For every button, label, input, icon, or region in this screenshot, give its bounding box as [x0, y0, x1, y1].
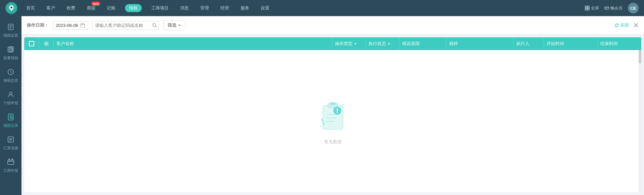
new-badge: new [91, 2, 100, 6]
svg-rect-17 [8, 114, 13, 120]
avatar[interactable]: CE [628, 3, 639, 13]
sort-icon-op-type: ▼ [354, 42, 357, 46]
empty-state: 暂无数据 [316, 98, 350, 145]
nav-items-list: 首页 客户 收费 票据 new 记账 报税 工商项目 消息 管理 经营 服务 设… [24, 4, 585, 12]
svg-point-47 [337, 112, 338, 113]
fullscreen-button[interactable]: 全屏 [585, 5, 599, 11]
calendar-icon [80, 23, 85, 28]
annual-report-icon [6, 157, 15, 167]
refresh-icon [614, 23, 619, 28]
th-checkbox[interactable] [24, 37, 39, 50]
svg-rect-2 [588, 6, 589, 8]
svg-rect-21 [8, 137, 14, 143]
nav-item-billing[interactable]: 收费 [65, 4, 77, 12]
sidebar-item-individual-tax[interactable]: 个税申报 [0, 86, 22, 109]
close-icon [633, 23, 639, 28]
search-box [92, 21, 159, 30]
svg-rect-25 [8, 160, 14, 165]
nav-item-settings[interactable]: 设置 [259, 4, 271, 12]
fullscreen-label: 全屏 [591, 5, 599, 11]
svg-marker-49 [320, 126, 321, 127]
sidebar-item-settlement[interactable]: 汇算清缴 [0, 131, 22, 154]
svg-line-35 [155, 26, 157, 28]
refresh-button[interactable]: 刷新 [614, 22, 629, 28]
sidebar-item-tax-record[interactable]: 报税记录 [0, 109, 22, 131]
tax-overview-icon [6, 67, 15, 77]
individual-tax-icon [6, 90, 15, 99]
th-op-type[interactable]: 操作类型 ▼ [332, 37, 366, 50]
sidebar-label-batch-tax: 批量报税 [3, 55, 18, 61]
svg-point-38 [45, 43, 47, 45]
svg-rect-4 [588, 8, 589, 10]
vip-button[interactable]: 畅会员 [604, 5, 622, 11]
batch-tax-icon [6, 45, 15, 54]
search-icon [152, 23, 157, 28]
th-executor: 执行人 [514, 37, 544, 50]
empty-illustration [316, 98, 350, 135]
scrollbar[interactable] [639, 50, 641, 192]
th-tax-type: 税种 [446, 37, 514, 50]
svg-point-0 [10, 6, 12, 8]
sidebar-item-tax-settings[interactable]: 报税设置 [0, 19, 22, 41]
date-picker[interactable]: 2023-06-06 [53, 21, 88, 30]
vip-label: 畅会员 [610, 5, 622, 11]
sidebar-label-tax-overview: 报税总览 [3, 78, 18, 83]
nav-item-message[interactable]: 消息 [178, 4, 191, 12]
nav-item-tax[interactable]: 报税 [125, 4, 142, 12]
refresh-label: 刷新 [620, 22, 629, 28]
close-button[interactable] [633, 23, 639, 28]
table-body: 暂无数据 [24, 50, 641, 192]
settlement-icon [6, 135, 15, 144]
select-all-checkbox[interactable] [29, 41, 34, 46]
content-area: 操作日期： 2023-06-06 [22, 16, 644, 195]
nav-item-operation[interactable]: 经营 [218, 4, 231, 12]
th-exec-status[interactable]: 执行状态 ▼ [366, 37, 399, 50]
toolbar: 操作日期： 2023-06-06 [22, 16, 644, 35]
filter-button[interactable]: 筛选 [163, 20, 185, 30]
sort-icon-exec-status: ▼ [387, 42, 391, 46]
sidebar-label-tax-settings: 报税设置 [3, 33, 18, 38]
th-gear[interactable] [39, 37, 54, 50]
search-input[interactable] [92, 21, 149, 30]
filter-label: 筛选 [168, 22, 176, 28]
chevron-down-icon [178, 24, 181, 27]
date-value: 2023-06-06 [56, 23, 78, 28]
sidebar-item-annual-report[interactable]: 工商年报 [0, 154, 22, 177]
nav-item-service[interactable]: 服务 [239, 4, 251, 12]
tax-settings-icon [6, 22, 15, 32]
sidebar-label-annual-report: 工商年报 [3, 168, 18, 173]
sidebar-label-settlement: 汇算清缴 [3, 146, 18, 151]
th-error-reason: 错误原因 [399, 37, 446, 50]
svg-rect-1 [585, 6, 587, 8]
sidebar-item-tax-overview[interactable]: 报税总览 [0, 64, 22, 86]
tax-record-icon [6, 112, 15, 122]
sidebar-label-tax-record: 报税记录 [3, 123, 18, 128]
sidebar: 报税设置 批量报税 报税总览 [0, 16, 22, 195]
search-button[interactable] [149, 21, 159, 29]
svg-rect-5 [605, 7, 609, 9]
nav-item-bookkeeping[interactable]: 记账 [105, 4, 118, 12]
right-actions: 全屏 畅会员 CE [585, 3, 639, 13]
svg-rect-11 [9, 47, 13, 52]
scrollbar-thumb[interactable] [639, 50, 641, 64]
sidebar-label-individual-tax: 个税申报 [3, 101, 18, 106]
table-container: 客户名称 操作类型 ▼ 执行状态 ▼ 错误原因 税种 执行人 [24, 37, 641, 192]
svg-point-51 [345, 107, 346, 108]
nav-item-industry[interactable]: 工商项目 [149, 4, 171, 12]
svg-rect-30 [81, 24, 85, 27]
nav-item-manage[interactable]: 管理 [198, 4, 211, 12]
app-logo[interactable] [5, 2, 17, 14]
main-layout: 报税设置 批量报税 报税总览 [0, 16, 644, 195]
svg-rect-3 [585, 8, 587, 10]
nav-item-invoice[interactable]: 票据 new [85, 4, 97, 12]
top-navigation: 首页 客户 收费 票据 new 记账 报税 工商项目 消息 管理 经营 服务 设… [0, 0, 644, 16]
table-header: 客户名称 操作类型 ▼ 执行状态 ▼ 错误原因 税种 执行人 [24, 37, 641, 50]
svg-point-50 [342, 104, 344, 105]
th-end-time: 结束时间 [598, 37, 641, 50]
th-customer-name: 客户名称 [54, 37, 332, 50]
no-data-text: 暂无数据 [324, 139, 342, 145]
date-label: 操作日期： [27, 22, 49, 28]
nav-item-home[interactable]: 首页 [24, 4, 37, 12]
nav-item-customer[interactable]: 客户 [44, 4, 57, 12]
sidebar-item-batch-tax[interactable]: 批量报税 [0, 41, 22, 64]
